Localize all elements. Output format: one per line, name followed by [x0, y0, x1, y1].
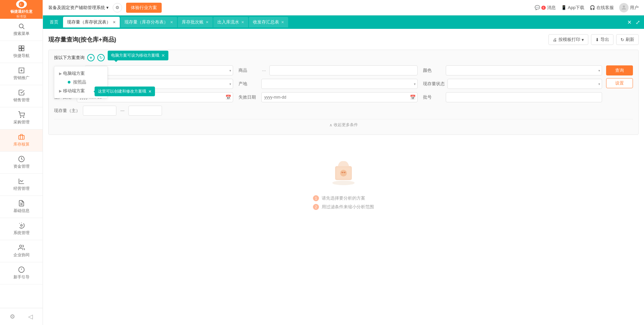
print-chevron-icon: ▾ [582, 37, 584, 42]
user-btn[interactable]: 用户 [619, 3, 639, 12]
origin-select-wrapper: ▾ [261, 79, 418, 89]
message-btn[interactable]: 💬 6 消息 [535, 5, 556, 11]
system-settings-btn[interactable]: ⚙ [113, 3, 122, 12]
collapse-bar[interactable]: ∧ 收起更多条件 [54, 119, 633, 130]
range-sep: — [119, 108, 126, 113]
tree-sub-label: 按照品 [73, 79, 86, 85]
svg-point-9 [23, 117, 24, 118]
tree-dot-icon [68, 81, 70, 84]
tab-home[interactable]: 首页 [46, 17, 62, 28]
tab-batch[interactable]: 库存批次账 ✕ [178, 17, 213, 28]
tab-batch-close[interactable]: ✕ [206, 20, 209, 24]
reset-btn[interactable]: 设置 [606, 78, 633, 88]
tab-stock-dist-close[interactable]: ✕ [170, 20, 173, 24]
filter-refresh-btn[interactable]: ↻ [97, 54, 105, 61]
product-input[interactable] [269, 65, 418, 75]
message-icon: 💬 [535, 5, 540, 10]
filter-main-stock-row: 现存量（主） — [54, 106, 188, 116]
collapse-sidebar-btn[interactable]: ◁ [27, 312, 34, 322]
filter-label: 按以下方案查询 [54, 55, 85, 61]
sidebar-item-enterprise[interactable]: 企业协同 [0, 240, 43, 262]
scheme-tree: ▶ 电脑端方案 按照品 ▶ 移动端方案 这里可以创建和修改方案哦 ✕ [54, 66, 108, 98]
tab-close-all-btn[interactable]: ✕ [626, 18, 633, 27]
refresh-label: 刷新 [626, 37, 634, 43]
sidebar-item-quicknav[interactable]: 快捷导航 [0, 41, 43, 63]
tab-stock-status[interactable]: 现存量（库存状况表） ✕ [63, 17, 120, 28]
page-actions: 🖨 按模板打印 ▾ ⬇ 导出 ↻ 刷新 [548, 34, 639, 45]
settings-icon[interactable]: ⚙ [8, 312, 16, 322]
empty-illustration [327, 155, 360, 188]
tab-summary-close[interactable]: ✕ [281, 20, 284, 24]
tab-inout-close[interactable]: ✕ [241, 20, 244, 24]
stock-status-label: 现存量状态 [423, 81, 445, 87]
product-dots[interactable]: ··· [261, 68, 267, 73]
origin-label: 产地 [238, 81, 259, 87]
stock-status-select-wrapper: ▾ [447, 79, 602, 89]
sidebar-item-finance[interactable]: 资金管理 [0, 152, 43, 174]
calendar-icon[interactable]: 📅 [225, 95, 231, 100]
sidebar-item-inventory[interactable]: 库存核算 [0, 129, 43, 152]
tooltip2-close[interactable]: ✕ [148, 89, 152, 94]
sidebar-bottom: ⚙ ◁ [0, 308, 43, 325]
print-btn[interactable]: 🖨 按模板打印 ▾ [548, 34, 588, 45]
main-stock-max-input[interactable] [128, 106, 162, 116]
svg-rect-7 [21, 49, 24, 51]
refresh-btn[interactable]: ↻ 刷新 [616, 34, 639, 45]
empty-tip2: 2 用过滤条件来缩小分析范围 [313, 204, 374, 210]
tab-summary[interactable]: 收发存汇总表 ✕ [249, 17, 288, 28]
search-btn[interactable]: 查询 [606, 65, 633, 75]
tip1-num: 1 [313, 195, 319, 201]
tab-bar-right: ✕ ⤢ [626, 18, 641, 27]
app-name: 畅捷通好生意 [10, 9, 33, 14]
sidebar-item-system[interactable]: 系统管理 [0, 218, 43, 240]
tab-inout[interactable]: 出入库流水 ✕ [213, 17, 248, 28]
tree-sub-item[interactable]: 按照品 [57, 78, 105, 87]
tree-pc-scheme[interactable]: ▶ 电脑端方案 [57, 69, 105, 78]
filter-header: 按以下方案查询 + ↻ « 电脑方案可设为移动方案哦 ✕ ▶ 电脑端方案 [54, 54, 633, 61]
color-input[interactable] [446, 65, 602, 75]
sidebar-item-operations[interactable]: 经营管理 [0, 174, 43, 196]
sidebar-item-marketing[interactable]: 营销推广 [0, 63, 43, 85]
app-download-btn[interactable]: 📱 App下载 [561, 5, 584, 11]
industry-btn[interactable]: 体验行业方案 [126, 3, 162, 13]
batch-input[interactable] [446, 92, 602, 102]
tab-stock-dist-label: 现存量（库存分布表） [124, 19, 168, 25]
product-label: 商品 [238, 67, 259, 73]
tab-fullscreen-btn[interactable]: ⤢ [634, 18, 641, 27]
sidebar-item-base[interactable]: 基础信息 [0, 196, 43, 218]
sidebar-item-search[interactable]: 搜索菜单 [0, 19, 43, 41]
online-support-btn[interactable]: 🎧 在线客服 [590, 5, 614, 11]
expire-calendar-icon[interactable]: 📅 [410, 95, 416, 100]
main-stock-min-input[interactable] [83, 106, 116, 116]
page-title: 现存量查询(按仓库+商品) [48, 36, 116, 44]
header-right: 💬 6 消息 📱 App下载 🎧 在线客服 用户 [535, 3, 639, 12]
filter-expire-date: 失效日期 📅 [238, 92, 418, 102]
origin-input[interactable] [261, 79, 418, 89]
export-btn[interactable]: ⬇ 导出 [591, 34, 613, 45]
svg-rect-6 [19, 49, 21, 51]
export-label: 导出 [600, 37, 609, 43]
tab-stock-status-close[interactable]: ✕ [113, 20, 116, 24]
tree-mobile-label: 移动端方案 [63, 88, 85, 94]
expire-date-label: 失效日期 [238, 94, 259, 100]
svg-point-0 [18, 1, 24, 7]
svg-point-2 [19, 24, 23, 28]
tooltip2-text: 这里可以创建和修改方案哦 [98, 89, 146, 94]
sidebar-item-sales[interactable]: 销售管理 [0, 85, 43, 107]
svg-point-15 [332, 181, 355, 185]
sidebar-nav: 搜索菜单 快捷导航 营销推广 销售管理 采购管理 库存核算 资金管理 经营管理 [0, 19, 43, 308]
filter-add-btn[interactable]: + [87, 54, 95, 61]
tip2-text: 用过滤条件来缩小分析范围 [322, 204, 374, 210]
svg-rect-4 [19, 46, 21, 48]
tree-expand-icon: ▶ [59, 71, 62, 76]
system-selector[interactable]: 装备及固定资产辅助管理系统 ▾ [48, 5, 109, 11]
phone-icon: 📱 [561, 5, 567, 10]
empty-state: 1 请先选择要分析的方案 2 用过滤条件来缩小分析范围 [48, 135, 639, 230]
tab-summary-label: 收发存汇总表 [253, 19, 279, 25]
sidebar-item-guide[interactable]: 新手引导 [0, 262, 43, 284]
stock-status-input[interactable] [447, 79, 602, 89]
tooltip1-close[interactable]: ✕ [161, 53, 165, 58]
sidebar-item-purchase[interactable]: 采购管理 [0, 107, 43, 129]
expire-date-input[interactable] [261, 92, 418, 102]
tab-stock-dist[interactable]: 现存量（库存分布表） ✕ [120, 17, 177, 28]
